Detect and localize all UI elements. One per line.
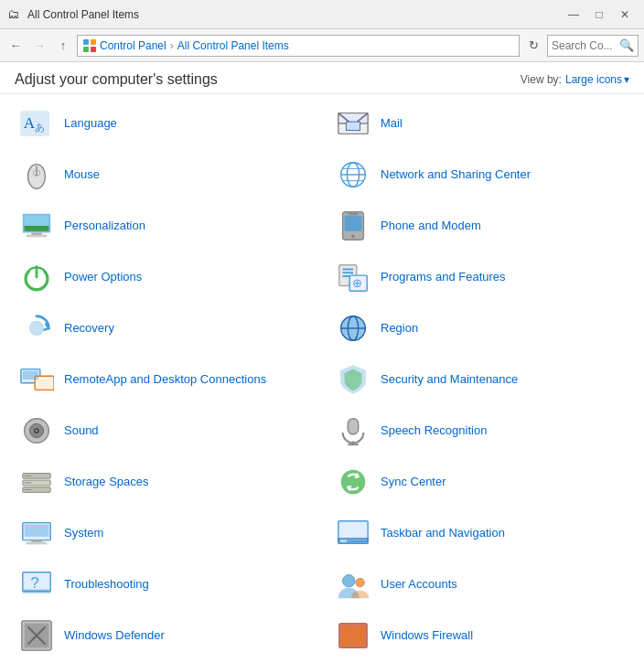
cp-item-sound[interactable]: Sound — [5, 405, 322, 456]
mouse-icon — [18, 156, 55, 193]
search-icon: 🔍 — [619, 38, 634, 52]
cp-item-power[interactable]: Power Options — [5, 251, 322, 303]
svg-rect-24 — [345, 216, 362, 231]
svg-point-68 — [356, 578, 365, 587]
mouse-label: Mouse — [64, 167, 100, 183]
svg-rect-75 — [349, 626, 357, 646]
cp-item-system[interactable]: System — [5, 508, 322, 559]
defender-label: Windows Defender — [64, 628, 165, 644]
svg-rect-42 — [23, 371, 38, 380]
title-controls: — □ ✕ — [562, 5, 637, 24]
search-box[interactable]: 🔍 — [547, 35, 639, 57]
svg-rect-1 — [91, 39, 96, 45]
refresh-button[interactable]: ↻ — [523, 36, 543, 56]
svg-text:A: A — [24, 114, 36, 132]
title-bar-left: 🗂 All Control Panel Items — [7, 7, 139, 22]
programs-icon: ⊕ — [335, 259, 371, 295]
svg-rect-26 — [348, 213, 358, 215]
security-label: Security and Maintenance — [381, 372, 518, 388]
svg-point-25 — [351, 235, 355, 239]
cp-item-personalization[interactable]: Personalization — [5, 200, 322, 251]
search-input[interactable] — [552, 39, 616, 52]
useraccounts-icon — [335, 566, 371, 603]
firewall-icon — [335, 617, 371, 654]
cp-item-taskbar[interactable]: Taskbar and Navigation — [322, 508, 639, 559]
cp-item-mouse[interactable]: Mouse — [5, 149, 322, 200]
breadcrumb-control-panel[interactable]: Control Panel — [100, 39, 166, 52]
cp-item-region[interactable]: Region — [322, 303, 639, 354]
cp-item-security[interactable]: Security and Maintenance — [322, 354, 639, 405]
programs-label: Programs and Features — [381, 270, 506, 285]
view-by-value[interactable]: Large icons ▾ — [565, 73, 629, 86]
svg-point-67 — [343, 575, 355, 587]
page-title: Adjust your computer's settings — [15, 71, 218, 88]
cp-item-storage[interactable]: Storage Spaces — [5, 456, 322, 508]
system-icon — [18, 515, 55, 551]
defender-icon — [18, 617, 55, 654]
speech-icon — [335, 412, 371, 449]
breadcrumb-all-items[interactable]: All Control Panel Items — [177, 39, 289, 52]
recovery-icon — [18, 310, 55, 347]
region-icon — [335, 310, 371, 347]
mail-icon — [335, 105, 371, 142]
cp-item-remoteapp[interactable]: RemoteApp and Desktop Connections — [5, 354, 322, 405]
security-icon — [335, 361, 371, 398]
svg-rect-60 — [27, 542, 48, 545]
personalization-label: Personalization — [64, 219, 145, 234]
address-bar: ← → ↑ Control Panel › All Control Panel … — [0, 29, 644, 62]
window-title: All Control Panel Items — [27, 8, 139, 21]
taskbar-label: Taskbar and Navigation — [381, 526, 505, 541]
cp-item-mail[interactable]: Mail — [322, 98, 639, 149]
phone-icon — [335, 208, 371, 244]
cp-item-firewall[interactable]: Windows Firewall — [322, 610, 639, 655]
cp-item-defender[interactable]: Windows Defender — [5, 610, 322, 655]
items-grid: Aあ Language Mail Mouse Network and Shari… — [5, 98, 639, 655]
cp-item-network[interactable]: Network and Sharing Center — [322, 149, 639, 200]
svg-text:あ: あ — [35, 122, 45, 133]
svg-rect-20 — [25, 226, 49, 231]
title-bar: 🗂 All Control Panel Items — □ ✕ — [0, 0, 644, 29]
phone-label: Phone and Modem — [381, 219, 481, 234]
svg-rect-76 — [358, 626, 365, 646]
cp-item-programs[interactable]: ⊕ Programs and Features — [322, 251, 639, 303]
svg-rect-9 — [346, 122, 360, 131]
svg-rect-30 — [343, 269, 353, 271]
svg-point-46 — [36, 430, 38, 432]
remoteapp-label: RemoteApp and Desktop Connections — [64, 372, 266, 388]
svg-point-35 — [29, 321, 43, 335]
storage-label: Storage Spaces — [64, 475, 149, 490]
up-button[interactable]: ↑ — [53, 36, 73, 56]
cp-item-troubleshooting[interactable]: ? Troubleshooting — [5, 559, 322, 610]
cp-item-recovery[interactable]: Recovery — [5, 303, 322, 354]
breadcrumb: Control Panel › All Control Panel Items — [100, 39, 289, 52]
troubleshooting-label: Troubleshooting — [64, 577, 149, 593]
svg-rect-58 — [25, 525, 49, 537]
close-button[interactable]: ✕ — [613, 5, 637, 24]
sound-icon — [18, 412, 55, 449]
control-panel-icon — [83, 39, 96, 52]
cp-item-speech[interactable]: Speech Recognition — [322, 405, 639, 456]
recovery-label: Recovery — [64, 321, 114, 337]
network-icon — [335, 156, 371, 193]
sound-label: Sound — [64, 423, 99, 439]
synccenter-label: Sync Center — [381, 475, 446, 490]
remoteapp-icon — [18, 361, 55, 398]
forward-button[interactable]: → — [29, 36, 49, 56]
cp-item-useraccounts[interactable]: User Accounts — [322, 559, 639, 610]
cp-item-synccenter[interactable]: Sync Center — [322, 456, 639, 508]
mail-label: Mail — [381, 116, 402, 132]
maximize-button[interactable]: □ — [587, 5, 611, 24]
svg-rect-66 — [23, 590, 50, 593]
power-icon — [18, 259, 55, 295]
synccenter-icon — [335, 464, 371, 500]
cp-item-phone[interactable]: Phone and Modem — [322, 200, 639, 251]
minimize-button[interactable]: — — [562, 5, 585, 24]
svg-rect-22 — [27, 235, 48, 238]
address-field[interactable]: Control Panel › All Control Panel Items — [77, 35, 520, 57]
personalization-icon — [18, 208, 55, 244]
speech-label: Speech Recognition — [381, 423, 487, 439]
taskbar-icon — [335, 515, 371, 551]
cp-item-language[interactable]: Aあ Language — [5, 98, 322, 149]
svg-rect-74 — [342, 626, 349, 646]
back-button[interactable]: ← — [5, 36, 26, 56]
